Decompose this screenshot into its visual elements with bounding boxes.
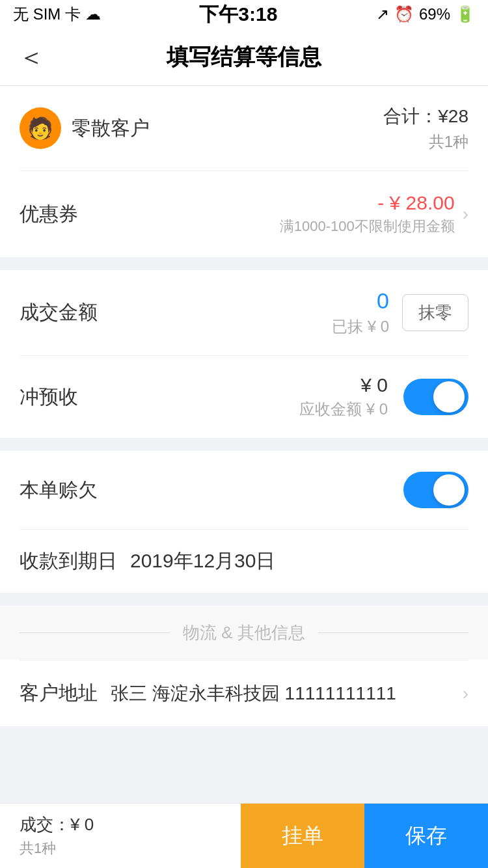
avatar-icon: 🧑	[27, 116, 53, 141]
duedate-label: 收款到期日	[20, 548, 117, 575]
logistics-card: 物流 & 其他信息 客户地址 张三 海淀永丰科技园 11111111111 ›	[0, 606, 488, 726]
round-zero-button[interactable]: 抹零	[402, 294, 468, 331]
prereceive-receivable: 应收金额 ¥ 0	[299, 399, 388, 420]
prereceive-label: 冲预收	[20, 384, 78, 411]
deal-prefix: 成交：	[20, 815, 70, 834]
duedate-value: 2019年12月30日	[130, 548, 275, 575]
prereceive-row: 冲预收 ¥ 0 应收金额 ¥ 0	[0, 356, 488, 438]
address-label: 客户地址	[20, 680, 98, 707]
prereceive-amounts: ¥ 0 应收金额 ¥ 0	[299, 374, 388, 420]
battery-label: 69%	[419, 5, 450, 23]
deal-amount-label: 成交金额	[20, 299, 98, 326]
customer-name: 零散客户	[72, 115, 150, 142]
bottom-count: 共1种	[20, 839, 221, 858]
credit-row: 本单赊欠	[0, 451, 488, 529]
location-icon: ↗	[376, 5, 389, 23]
customer-avatar: 🧑	[20, 107, 61, 149]
deal-amount-card: 成交金额 0 已抹 ¥ 0 抹零 冲预收 ¥ 0 应收金额 ¥ 0	[0, 270, 488, 438]
logistics-divider: 物流 & 其他信息	[0, 606, 488, 660]
customer-count: 共1种	[383, 131, 468, 152]
toggle-knob	[433, 381, 465, 413]
deal-amount-stack: 0 已抹 ¥ 0	[332, 288, 389, 337]
status-left: 无 SIM 卡 ☁	[13, 4, 101, 25]
customer-right: 合计：¥28 共1种	[383, 104, 468, 152]
address-row[interactable]: 客户地址 张三 海淀永丰科技园 11111111111 ›	[0, 660, 488, 726]
hold-label: 挂单	[282, 822, 323, 850]
customer-left: 🧑 零散客户	[20, 107, 150, 149]
alarm-icon: ⏰	[394, 5, 414, 23]
deal-amount-value: 0	[332, 288, 389, 314]
back-button[interactable]: ＜	[18, 39, 44, 75]
prereceive-amount: ¥ 0	[299, 374, 388, 396]
save-button[interactable]: 保存	[364, 804, 488, 868]
bottom-deal-label: 成交：¥ 0	[20, 813, 221, 836]
logistics-line-left	[20, 632, 170, 633]
main-content: 🧑 零散客户 合计：¥28 共1种 优惠券 - ¥ 28.00 满1000-10…	[0, 86, 488, 868]
bottom-bar: 成交：¥ 0 共1种 挂单 保存	[0, 803, 488, 868]
customer-total: 合计：¥28	[383, 104, 468, 129]
credit-toggle[interactable]	[403, 472, 468, 508]
duedate-row: 收款到期日 2019年12月30日	[0, 530, 488, 593]
credit-toggle-knob	[433, 474, 465, 506]
coupon-right: - ¥ 28.00 满1000-100不限制使用金额 ›	[280, 192, 468, 236]
coupon-right-text: - ¥ 28.00 满1000-100不限制使用金额	[280, 192, 455, 236]
coupon-discount: - ¥ 28.00	[280, 192, 455, 214]
status-time: 下午3:18	[199, 1, 277, 28]
save-label: 保存	[405, 822, 447, 850]
logistics-line-right	[318, 632, 468, 633]
nav-bar: ＜ 填写结算等信息	[0, 29, 488, 86]
nav-title: 填写结算等信息	[167, 42, 321, 72]
hold-button[interactable]: 挂单	[241, 804, 364, 868]
deal-amount-bottom: ¥ 0	[70, 815, 94, 834]
prereceive-toggle[interactable]	[403, 379, 468, 415]
coupon-label: 优惠券	[20, 201, 78, 228]
deal-amount-right: 0 已抹 ¥ 0 抹零	[332, 288, 468, 337]
customer-card: 🧑 零散客户 合计：¥28 共1种 优惠券 - ¥ 28.00 满1000-10…	[0, 86, 488, 257]
credit-card: 本单赊欠 收款到期日 2019年12月30日	[0, 451, 488, 593]
address-value: 张三 海淀永丰科技园 11111111111	[111, 681, 450, 706]
status-bar: 无 SIM 卡 ☁ 下午3:18 ↗ ⏰ 69% 🔋	[0, 0, 488, 29]
credit-label: 本单赊欠	[20, 477, 98, 504]
chevron-right-icon: ›	[463, 204, 468, 224]
coupon-desc: 满1000-100不限制使用金额	[280, 217, 455, 236]
prereceive-right: ¥ 0 应收金额 ¥ 0	[299, 374, 468, 420]
address-chevron-icon: ›	[463, 683, 468, 704]
bottom-info: 成交：¥ 0 共1种	[0, 804, 241, 868]
deal-amount-row: 成交金额 0 已抹 ¥ 0 抹零	[0, 270, 488, 355]
battery-icon: 🔋	[455, 5, 475, 23]
customer-row: 🧑 零散客户 合计：¥28 共1种	[0, 86, 488, 170]
sim-label: 无 SIM 卡 ☁	[13, 4, 101, 25]
coupon-row[interactable]: 优惠券 - ¥ 28.00 满1000-100不限制使用金额 ›	[0, 171, 488, 257]
already-zero-label: 已抹 ¥ 0	[332, 316, 389, 337]
logistics-label: 物流 & 其他信息	[170, 621, 318, 644]
status-right: ↗ ⏰ 69% 🔋	[376, 5, 475, 23]
